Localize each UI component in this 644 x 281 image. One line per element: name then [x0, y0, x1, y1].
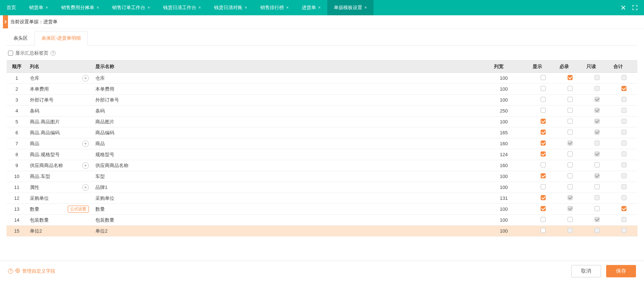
- checkbox[interactable]: [568, 151, 573, 157]
- top-tab[interactable]: 首页: [0, 0, 23, 15]
- cell-width[interactable]: 160: [497, 141, 530, 146]
- table-row[interactable]: 11属性+品牌1100: [7, 182, 637, 193]
- table-row[interactable]: 6商品.商品编码商品编码165: [7, 127, 637, 138]
- close-icon[interactable]: ×: [318, 5, 321, 10]
- close-icon[interactable]: ×: [364, 5, 367, 10]
- close-icon[interactable]: ×: [286, 5, 289, 10]
- checkbox[interactable]: [568, 162, 573, 167]
- cell-display-name[interactable]: 外部订单号: [92, 97, 497, 103]
- close-icon[interactable]: ×: [245, 5, 247, 10]
- cell-width[interactable]: 250: [497, 108, 530, 114]
- add-icon[interactable]: +: [82, 140, 89, 147]
- top-tab[interactable]: 销货单×: [23, 0, 55, 15]
- chevron-right-icon[interactable]: [3, 15, 8, 28]
- checkbox[interactable]: [541, 140, 546, 146]
- checkbox[interactable]: [541, 97, 546, 102]
- table-row[interactable]: 9供应商商品名称+供应商商品名称160: [7, 160, 637, 171]
- cell-display-name[interactable]: 商品图片: [92, 119, 497, 125]
- checkbox[interactable]: [594, 162, 600, 167]
- checkbox[interactable]: [568, 217, 573, 222]
- cell-display-name[interactable]: 采购单位: [92, 195, 497, 202]
- cell-display-name[interactable]: 包装数量: [92, 217, 497, 223]
- checkbox[interactable]: [568, 119, 573, 124]
- table-row[interactable]: 7商品+商品160: [7, 138, 637, 149]
- table-row[interactable]: 15单位2单位2100: [7, 226, 637, 237]
- top-tab[interactable]: 销售排行榜×: [254, 0, 295, 15]
- cell-width[interactable]: 100: [497, 228, 530, 234]
- checkbox[interactable]: [568, 184, 573, 189]
- cell-width[interactable]: 100: [497, 217, 530, 223]
- checkbox[interactable]: [541, 173, 546, 178]
- cell-display-name[interactable]: 商品编码: [92, 130, 497, 136]
- checkbox[interactable]: [568, 97, 573, 102]
- table-row[interactable]: 13数量公式设置数量100: [7, 204, 637, 215]
- checkbox[interactable]: [541, 228, 546, 233]
- checkbox[interactable]: [568, 130, 573, 135]
- table-row[interactable]: 4条码条码250: [7, 106, 637, 116]
- cell-width[interactable]: 100: [497, 119, 530, 124]
- table-row[interactable]: 10商品.车型车型100: [7, 171, 637, 182]
- table-row[interactable]: 12采购单位采购单位131: [7, 193, 637, 204]
- cell-display-name[interactable]: 车型: [92, 173, 497, 180]
- checkbox[interactable]: [621, 206, 627, 211]
- checkbox[interactable]: [541, 162, 546, 167]
- checkbox[interactable]: [541, 217, 546, 222]
- cell-width[interactable]: 100: [497, 97, 530, 103]
- sub-tab[interactable]: 表体区-进货单明细: [35, 31, 88, 45]
- table-row[interactable]: 1仓库+仓库100: [7, 73, 637, 84]
- top-tab[interactable]: 单据模板设置×: [327, 0, 374, 15]
- checkbox[interactable]: [621, 86, 627, 91]
- add-icon[interactable]: +: [82, 162, 89, 169]
- checkbox[interactable]: [541, 108, 546, 113]
- summary-checkbox[interactable]: [8, 51, 13, 56]
- add-icon[interactable]: +: [82, 75, 89, 82]
- checkbox[interactable]: [568, 108, 573, 113]
- table-row[interactable]: 3外部订单号外部订单号100: [7, 95, 637, 106]
- manage-custom-fields-link[interactable]: ? 管理自定义字段: [8, 268, 55, 274]
- add-icon[interactable]: +: [82, 184, 89, 191]
- checkbox[interactable]: [594, 184, 600, 189]
- cell-width[interactable]: 100: [497, 174, 530, 179]
- close-all-icon[interactable]: [620, 4, 627, 11]
- cell-display-name[interactable]: 品牌1: [92, 184, 497, 191]
- checkbox[interactable]: [541, 119, 546, 124]
- close-icon[interactable]: ×: [147, 5, 150, 10]
- cell-width[interactable]: 160: [497, 163, 530, 168]
- cell-width[interactable]: 100: [497, 206, 530, 212]
- top-tab[interactable]: 进货单×: [295, 0, 327, 15]
- checkbox[interactable]: [541, 86, 546, 91]
- sub-tab[interactable]: 表头区: [7, 31, 35, 45]
- cell-width[interactable]: 131: [497, 195, 530, 201]
- table-row[interactable]: 5商品.商品图片商品图片100: [7, 116, 637, 127]
- cell-display-name[interactable]: 单位2: [92, 228, 497, 234]
- cell-display-name[interactable]: 本单费用: [92, 86, 497, 92]
- cell-width[interactable]: 100: [497, 86, 530, 92]
- cell-width[interactable]: 100: [497, 185, 530, 190]
- table-row[interactable]: 2本单费用本单费用100: [7, 84, 637, 95]
- checkbox[interactable]: [568, 86, 573, 91]
- save-button[interactable]: 保存: [606, 265, 636, 277]
- top-tab[interactable]: 销售订单工作台×: [106, 0, 157, 15]
- checkbox[interactable]: [541, 195, 546, 200]
- checkbox[interactable]: [568, 75, 573, 80]
- cell-width[interactable]: 124: [497, 152, 530, 157]
- cell-display-name[interactable]: 仓库: [92, 75, 497, 82]
- top-tab[interactable]: 销售费用分摊单×: [55, 0, 106, 15]
- top-tab[interactable]: 钱货日清工作台×: [157, 0, 208, 15]
- checkbox[interactable]: [541, 130, 546, 135]
- cell-display-name[interactable]: 供应商商品名称: [92, 162, 497, 169]
- cell-width[interactable]: 100: [497, 75, 530, 81]
- fullscreen-icon[interactable]: [632, 4, 638, 11]
- checkbox[interactable]: [568, 173, 573, 178]
- checkbox[interactable]: [541, 75, 546, 80]
- checkbox[interactable]: [541, 184, 546, 189]
- close-icon[interactable]: ×: [198, 5, 201, 10]
- close-icon[interactable]: ×: [96, 5, 99, 10]
- table-row[interactable]: 14包装数量包装数量100: [7, 215, 637, 226]
- help-icon[interactable]: ?: [51, 51, 56, 56]
- cell-display-name[interactable]: 数量: [92, 206, 497, 213]
- table-row[interactable]: 8商品.规格型号规格型号124: [7, 149, 637, 160]
- top-tab[interactable]: 钱货日清对账×: [208, 0, 254, 15]
- close-icon[interactable]: ×: [46, 5, 48, 10]
- formula-button[interactable]: 公式设置: [68, 206, 89, 213]
